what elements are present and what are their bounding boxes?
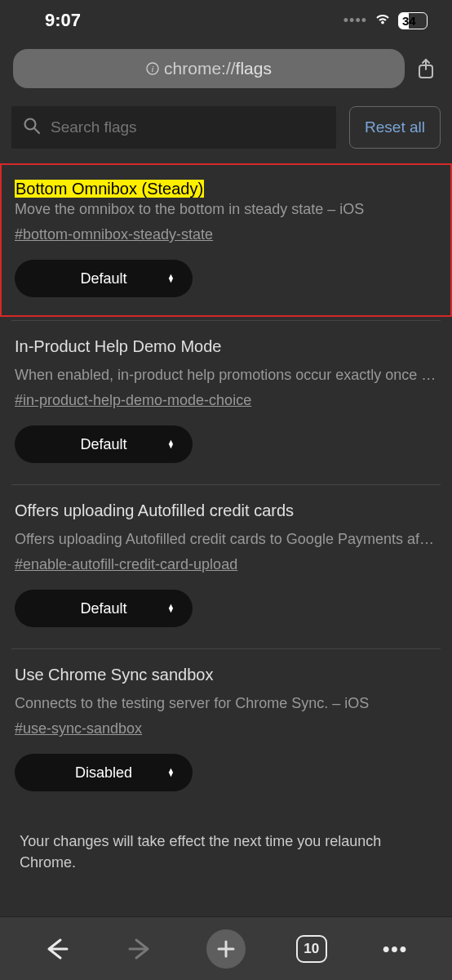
flag-anchor-link[interactable]: #use-sync-sandbox — [15, 720, 142, 737]
status-indicators: •••• 34 — [343, 12, 428, 29]
flag-description: Move the omnibox to the bottom in steady… — [15, 198, 437, 220]
bottom-toolbar: 10 ••• — [0, 916, 452, 980]
chevron-updown-icon: ▲▼ — [167, 604, 175, 613]
flag-description: Connects to the testing server for Chrom… — [15, 693, 437, 714]
flag-description: Offers uploading Autofilled credit cards… — [15, 528, 437, 550]
search-icon — [23, 117, 41, 138]
flag-item: Offers uploading Autofilled credit cards… — [11, 488, 441, 645]
flag-select-value: Default — [80, 436, 126, 453]
url-scheme: chrome:// — [164, 59, 236, 78]
tabs-button[interactable]: 10 — [294, 931, 330, 967]
address-bar[interactable]: i chrome://flags — [13, 49, 405, 88]
info-icon: i — [146, 62, 159, 75]
search-box[interactable] — [11, 106, 336, 149]
flag-select-value: Disabled — [75, 764, 132, 782]
toolbar: i chrome://flags — [0, 41, 452, 98]
flag-select-value: Default — [80, 270, 126, 287]
flag-select[interactable]: Default ▲▼ — [15, 425, 193, 463]
flag-description: When enabled, in-product help promotions… — [15, 364, 437, 385]
status-time: 9:07 — [45, 10, 81, 31]
flag-anchor-link[interactable]: #in-product-help-demo-mode-choice — [15, 392, 251, 409]
svg-line-4 — [34, 128, 39, 133]
divider — [11, 320, 441, 321]
flag-select[interactable]: Default ▲▼ — [15, 260, 193, 297]
flag-select[interactable]: Default ▲▼ — [15, 590, 193, 627]
svg-text:i: i — [152, 64, 154, 74]
flag-title: Use Chrome Sync sandbox — [15, 666, 437, 684]
flag-title: Bottom Omnibox (Steady) — [15, 180, 204, 198]
flag-anchor-link[interactable]: #enable-autofill-credit-card-upload — [15, 556, 237, 573]
relaunch-notice: Your changes will take effect the next t… — [11, 809, 441, 894]
flag-item: Bottom Omnibox (Steady) Move the omnibox… — [0, 163, 452, 317]
chevron-updown-icon: ▲▼ — [167, 440, 175, 449]
status-bar: 9:07 •••• 34 — [0, 0, 452, 41]
search-row: Reset all — [11, 106, 441, 149]
flag-select-value: Default — [80, 600, 126, 617]
wifi-icon — [374, 12, 392, 29]
flag-select[interactable]: Disabled ▲▼ — [15, 754, 193, 791]
menu-button[interactable]: ••• — [378, 931, 414, 967]
flag-item: Use Chrome Sync sandbox Connects to the … — [11, 653, 441, 809]
flag-anchor-link[interactable]: #bottom-omnibox-steady-state — [15, 226, 213, 243]
divider — [11, 648, 441, 649]
flag-title: Offers uploading Autofilled credit cards — [15, 501, 437, 520]
new-tab-button[interactable] — [206, 929, 246, 969]
back-button[interactable] — [38, 931, 74, 967]
battery-indicator: 34 — [398, 12, 428, 29]
page-content: Reset all Bottom Omnibox (Steady) Move t… — [0, 98, 452, 895]
share-button[interactable] — [413, 56, 439, 82]
reset-all-button[interactable]: Reset all — [349, 106, 441, 149]
flag-title: In-Product Help Demo Mode — [15, 337, 437, 356]
chevron-updown-icon: ▲▼ — [167, 768, 175, 777]
more-icon: ••• — [383, 938, 408, 960]
flag-item: In-Product Help Demo Mode When enabled, … — [11, 324, 441, 481]
search-input[interactable] — [51, 118, 325, 136]
forward-button[interactable] — [122, 931, 158, 967]
url-path: flags — [236, 59, 272, 78]
divider — [11, 484, 441, 485]
chevron-updown-icon: ▲▼ — [167, 274, 175, 283]
tab-count: 10 — [296, 935, 327, 963]
cellular-dots-icon: •••• — [343, 12, 367, 29]
